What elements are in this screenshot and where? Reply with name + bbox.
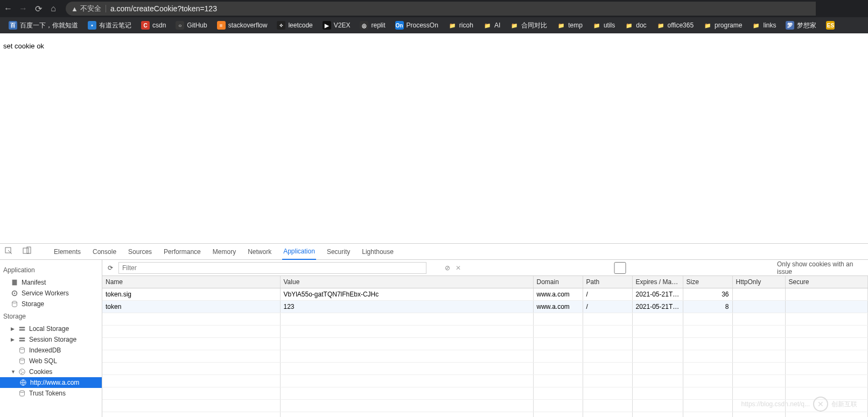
- bookmark-bar: 百百度一下，你就知道•有道云笔记Ccsdn○GitHub≡stackoverfl…: [0, 17, 868, 33]
- bookmark-item[interactable]: 📁doc: [621, 21, 649, 30]
- cell-expires: 2021-05-21T0...: [632, 301, 683, 313]
- table-row[interactable]: token123www.a.com/2021-05-21T0...8: [102, 301, 868, 313]
- forward-button[interactable]: →: [18, 4, 28, 13]
- home-button[interactable]: ⌂: [48, 4, 58, 13]
- address-bar[interactable]: ▲ 不安全: [66, 2, 816, 16]
- sidebar-item-cookies[interactable]: ▼Cookies: [0, 366, 102, 377]
- bookmark-label: doc: [636, 22, 646, 29]
- cell-size: 36: [683, 288, 732, 301]
- devtools-tab-memory[interactable]: Memory: [212, 244, 237, 260]
- refresh-icon[interactable]: ⟳: [108, 264, 113, 272]
- col-header[interactable]: Value: [280, 276, 533, 288]
- clear-filter-icon[interactable]: ⊘: [445, 264, 450, 272]
- svg-rect-8: [19, 329, 25, 331]
- sidebar-item-service-workers[interactable]: Service Workers: [0, 288, 102, 299]
- cell-value: VbYlA55o-gatTQN7lFhEbx-CJHc: [280, 288, 533, 301]
- favicon-icon: C: [141, 21, 150, 30]
- bookmark-item[interactable]: ≡stackoverflow: [214, 21, 271, 30]
- inspect-icon[interactable]: [4, 246, 13, 257]
- bookmark-item[interactable]: Ccsdn: [138, 21, 169, 30]
- sidebar-cat-storage: Storage: [0, 309, 102, 323]
- favicon-icon: ⟡: [277, 21, 285, 30]
- insecure-badge[interactable]: ▲ 不安全: [71, 4, 101, 13]
- bookmark-item[interactable]: ○GitHub: [172, 21, 210, 30]
- sidebar-item-local-storage[interactable]: ▶Local Storage: [0, 323, 102, 334]
- col-header[interactable]: Domain: [533, 276, 583, 288]
- sidebar-item-indexeddb[interactable]: IndexedDB: [0, 345, 102, 356]
- cell-domain: www.a.com: [533, 288, 583, 301]
- bookmark-item[interactable]: 📁ricoh: [445, 21, 477, 30]
- sidebar-item-trust-tokens[interactable]: Trust Tokens: [0, 388, 102, 399]
- bookmark-item[interactable]: 📁links: [748, 21, 779, 30]
- bookmark-item[interactable]: 梦梦想家: [782, 21, 820, 30]
- bookmark-item[interactable]: OnProcessOn: [392, 21, 442, 30]
- col-header[interactable]: Secure: [785, 276, 868, 288]
- svg-point-14: [20, 370, 22, 371]
- col-header[interactable]: HttpOnly: [732, 276, 785, 288]
- col-header[interactable]: Name: [102, 276, 280, 288]
- devtools-tab-application[interactable]: Application: [282, 244, 316, 260]
- col-header[interactable]: Size: [683, 276, 732, 288]
- cell-domain: www.a.com: [533, 301, 583, 313]
- bookmark-item[interactable]: •有道云笔记: [85, 21, 135, 30]
- col-header[interactable]: Expires / Max-...: [632, 276, 683, 288]
- bookmark-item[interactable]: 📁合同对比: [507, 21, 550, 30]
- bookmark-item[interactable]: 百百度一下，你就知道: [5, 21, 81, 30]
- bookmark-item[interactable]: 📁temp: [554, 21, 586, 30]
- folder-icon: 📁: [656, 21, 665, 30]
- devtools-tab-lighthouse[interactable]: Lighthouse: [361, 244, 395, 260]
- close-icon[interactable]: ✕: [456, 264, 461, 272]
- bookmark-item[interactable]: 📁office365: [653, 21, 697, 30]
- url-input[interactable]: [110, 4, 810, 13]
- devtools-tab-performance[interactable]: Performance: [163, 244, 202, 260]
- devtools-tab-console[interactable]: Console: [92, 244, 117, 260]
- only-issue-checkbox[interactable]: Only show cookies with an issue: [466, 260, 863, 275]
- col-header[interactable]: Path: [583, 276, 632, 288]
- page-body: set cookie ok: [0, 33, 868, 243]
- table-row[interactable]: token.sigVbYlA55o-gatTQN7lFhEbx-CJHcwww.…: [102, 288, 868, 301]
- only-issue-label: Only show cookies with an issue: [777, 260, 863, 275]
- bookmark-label: 梦想家: [797, 21, 816, 30]
- cookie-table[interactable]: NameValueDomainPathExpires / Max-...Size…: [102, 276, 868, 417]
- sidebar-item-session-storage[interactable]: ▶Session Storage: [0, 334, 102, 345]
- svg-point-11: [20, 348, 25, 350]
- bookmark-label: leetcode: [288, 22, 312, 29]
- sidebar-item-manifest[interactable]: Manifest: [0, 277, 102, 288]
- only-issue-check[interactable]: [466, 262, 774, 274]
- bookmark-item[interactable]: 📁programe: [700, 21, 745, 30]
- favicon-icon: On: [395, 21, 404, 30]
- cell-size: 8: [683, 301, 732, 313]
- devtools-tab-sources[interactable]: Sources: [127, 244, 153, 260]
- bookmark-item[interactable]: ▶V2EX: [319, 21, 354, 30]
- cell-name: token: [102, 301, 280, 313]
- bookmark-item[interactable]: 📁utils: [589, 21, 618, 30]
- bookmark-label: AI: [494, 22, 500, 29]
- bookmark-label: GitHub: [187, 22, 207, 29]
- devtools-tab-security[interactable]: Security: [326, 244, 351, 260]
- reload-button[interactable]: ⟳: [33, 4, 43, 13]
- warning-icon: ▲: [71, 5, 78, 13]
- bookmark-item[interactable]: ES: [823, 21, 841, 30]
- sidebar-item-storage[interactable]: Storage: [0, 299, 102, 309]
- devtools-tab-elements[interactable]: Elements: [53, 244, 82, 260]
- sidebar-item-cookie-origin[interactable]: http://www.a.com: [0, 377, 102, 388]
- bookmark-item[interactable]: ⟡leetcode: [274, 21, 316, 30]
- filter-input[interactable]: [118, 262, 426, 274]
- bookmark-item[interactable]: 📁AI: [480, 21, 503, 30]
- watermark: https://blog.csdn.net/q... ✕ 创新互联: [741, 397, 857, 412]
- table-row-empty: [102, 363, 868, 375]
- svg-rect-1: [23, 248, 29, 253]
- device-icon[interactable]: [23, 246, 31, 257]
- folder-icon: 📁: [592, 21, 601, 30]
- svg-point-18: [20, 391, 25, 393]
- bookmark-item[interactable]: ◎replit: [356, 21, 388, 30]
- back-button[interactable]: ←: [3, 4, 13, 13]
- sidebar-item-websql[interactable]: Web SQL: [0, 356, 102, 366]
- devtools-tab-network[interactable]: Network: [247, 244, 272, 260]
- favicon-icon: •: [88, 21, 96, 30]
- bookmark-label: 有道云笔记: [99, 21, 131, 30]
- table-row-empty: [102, 412, 868, 418]
- sidebar-cat-application: Application: [0, 263, 102, 277]
- cookie-filter-bar: ⟳ ⊘ ✕ Only show cookies with an issue: [102, 260, 868, 276]
- folder-icon: 📁: [752, 21, 760, 30]
